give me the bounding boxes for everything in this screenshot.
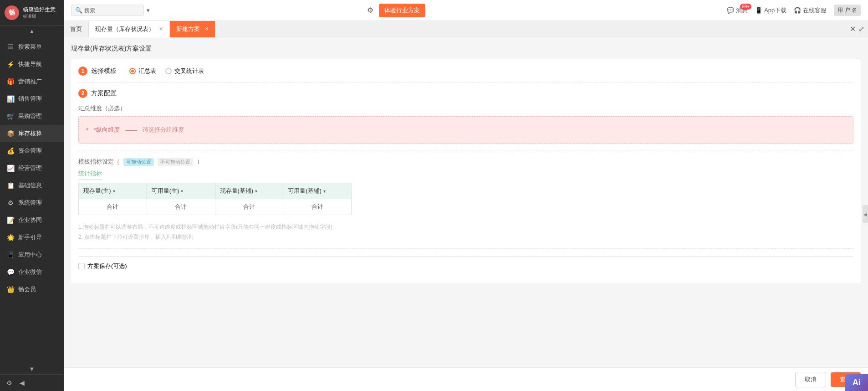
- sidebar-header: 畅 畅康通好生意 标准版: [0, 0, 64, 26]
- message-badge: 99+: [740, 4, 751, 10]
- col-label-0: 现存量(主): [83, 187, 111, 195]
- sidebar-scroll-up[interactable]: ▲: [0, 26, 64, 36]
- inventory-icon: 📦: [6, 129, 15, 138]
- stats-col-header-0[interactable]: 现存量(主) ▾: [79, 183, 147, 199]
- chevron-down-icon-0: ▾: [113, 189, 115, 194]
- radio-summary[interactable]: 汇总表: [129, 67, 156, 75]
- drag-badge: 可拖动位置: [123, 158, 154, 166]
- messages-button[interactable]: 💬 消息 99+: [727, 6, 748, 15]
- stats-table: 现存量(主) ▾ 可用量(主) ▾ 现存量(基辅) ▾: [78, 183, 352, 215]
- sidebar-item-member[interactable]: 👑 畅会员: [0, 281, 64, 298]
- sidebar-nav: ☰ 搜索菜单 ⚡ 快捷导航 🎁 营销推广 📊 销售管理 🛒 采购管理 📦 库存核…: [0, 36, 64, 364]
- sidebar-item-finance[interactable]: 💰 资金管理: [0, 142, 64, 159]
- cancel-button[interactable]: 取消: [795, 372, 826, 387]
- sidebar-item-purchase[interactable]: 🛒 采购管理: [0, 108, 64, 125]
- save-plan-checkbox-box: [78, 263, 85, 269]
- ops-icon: 📈: [6, 164, 15, 172]
- corp-icon: 📝: [6, 216, 15, 224]
- collapse-icon[interactable]: ◀: [20, 379, 25, 386]
- finance-icon: 💰: [6, 147, 15, 155]
- search-box[interactable]: 🔍: [71, 5, 144, 16]
- step1-num: 1: [78, 67, 87, 76]
- sidebar-item-marketing[interactable]: 🎁 营销推广: [0, 73, 64, 90]
- sidebar-item-guide[interactable]: 🌟 新手引导: [0, 229, 64, 246]
- side-expand-icon: ◀: [863, 212, 867, 217]
- indicator-label-prefix: 模板指标设定（: [78, 158, 120, 166]
- sidebar-item-label: 企业协同: [18, 216, 42, 224]
- col-label-2: 现存量(基辅): [220, 187, 254, 195]
- action-bar: 取消 查询: [64, 367, 868, 391]
- step1-label: 选择模板: [91, 67, 117, 75]
- sidebar-scroll-down[interactable]: ▼: [0, 364, 64, 374]
- dimension-selector[interactable]: * *纵向维度 —— 请选择分组维度: [78, 116, 853, 144]
- save-plan-checkbox[interactable]: 方案保存(可选): [78, 262, 127, 270]
- stats-col-header-1[interactable]: 可用量(主) ▾: [147, 183, 215, 199]
- dropdown-icon[interactable]: ▾: [147, 7, 150, 14]
- side-expand-handle[interactable]: ◀: [863, 205, 868, 223]
- tab-home[interactable]: 首页: [64, 21, 89, 37]
- tips-section: 1.拖动标题栏可以调整布局，不可跨维度或指标区域拖动栏目字段(只能在同一维度或指…: [78, 222, 853, 242]
- tab-new-plan-close[interactable]: ✕: [204, 26, 209, 32]
- main-area: 🔍 ▾ ⚙ 体验行业方案 💬 消息 99+ 📱 App下载 🎧 在线客服 用 户…: [64, 0, 868, 391]
- settings-icon[interactable]: ⚙: [6, 379, 12, 386]
- divider-1: [78, 82, 853, 82]
- online-service-button[interactable]: 🎧 在线客服: [794, 6, 827, 15]
- stats-col-header-3[interactable]: 可用量(基辅) ▾: [283, 183, 351, 199]
- sidebar-item-wechat[interactable]: 💬 企业微信: [0, 263, 64, 281]
- stats-table-row: 合计 合计 合计 合计: [79, 199, 351, 215]
- vertical-dim-label: *纵向维度: [94, 126, 120, 134]
- stats-col-header-2[interactable]: 现存量(基辅) ▾: [215, 183, 284, 199]
- app-title: 畅康通好生意: [23, 6, 56, 14]
- radio-cross[interactable]: 交叉统计表: [165, 67, 204, 75]
- window-controls: ✕ ⤢: [850, 25, 868, 33]
- sidebar-item-search[interactable]: ☰ 搜索菜单: [0, 38, 64, 56]
- tab-inventory-close[interactable]: ✕: [159, 26, 163, 32]
- topbar-search: 🔍 ▾: [71, 5, 362, 16]
- purchase-icon: 🛒: [6, 112, 15, 120]
- divider-2: [78, 150, 853, 150]
- tab-new-plan[interactable]: 新建方案 ✕: [170, 21, 215, 37]
- indicator-label-suffix: ）: [197, 158, 203, 166]
- sidebar-item-inventory[interactable]: 📦 库存核算: [0, 125, 64, 142]
- sales-icon: 📊: [6, 95, 15, 103]
- settings-panel: 1 选择模板 汇总表 交叉统计表: [71, 59, 861, 283]
- radio-cross-dot: [165, 68, 172, 74]
- tab-inventory-label: 现存量（库存状况表）: [95, 25, 154, 33]
- user-profile[interactable]: 用 户 名: [834, 5, 861, 16]
- sidebar-item-label: 搜索菜单: [18, 43, 42, 51]
- dimension-separator: ——: [125, 127, 137, 134]
- search-menu-icon: ☰: [6, 43, 15, 51]
- industry-plan-button[interactable]: 体验行业方案: [379, 4, 425, 17]
- step2-num: 2: [78, 89, 87, 98]
- sidebar-item-label: 经营管理: [18, 164, 42, 172]
- sidebar-item-base[interactable]: 📋 基础信息: [0, 177, 64, 194]
- chevron-down-icon: ▼: [29, 365, 35, 372]
- sidebar-item-label: 新手引导: [18, 233, 42, 242]
- page-title: 现存量(库存状况表)方案设置: [71, 45, 861, 53]
- sidebar-item-label: 库存核算: [18, 129, 42, 138]
- sidebar-item-label: 快捷导航: [18, 60, 42, 68]
- close-window-button[interactable]: ✕: [850, 25, 856, 33]
- search-input[interactable]: [84, 7, 130, 14]
- app-download-button[interactable]: 📱 App下载: [755, 6, 786, 15]
- sidebar-item-quick-nav[interactable]: ⚡ 快捷导航: [0, 56, 64, 73]
- expand-window-button[interactable]: ⤢: [858, 25, 864, 33]
- sidebar-item-sales[interactable]: 📊 销售管理: [0, 90, 64, 108]
- system-icon: ⚙: [6, 199, 15, 207]
- ai-badge[interactable]: Ai: [845, 374, 868, 391]
- tab-inventory-status[interactable]: 现存量（库存状况表） ✕: [89, 21, 170, 37]
- radio-summary-dot: [129, 68, 136, 74]
- content-area: 现存量(库存状况表)方案设置 1 选择模板 汇总表 交叉统计表: [64, 37, 868, 367]
- wechat-icon: 💬: [6, 268, 15, 276]
- sidebar-item-label: 基础信息: [18, 181, 42, 190]
- topbar: 🔍 ▾ ⚙ 体验行业方案 💬 消息 99+ 📱 App下载 🎧 在线客服 用 户…: [64, 0, 868, 21]
- sidebar-item-ops[interactable]: 📈 经营管理: [0, 159, 64, 177]
- marketing-icon: 🎁: [6, 77, 15, 86]
- sidebar-item-appstore[interactable]: 📱 应用中心: [0, 246, 64, 263]
- app-subtitle: 标准版: [23, 13, 56, 20]
- topbar-gear-icon[interactable]: ⚙: [367, 6, 373, 15]
- sidebar-item-corp[interactable]: 📝 企业协同: [0, 211, 64, 229]
- col-label-1: 可用量(主): [152, 187, 179, 195]
- no-drag-badge: 不可拖动位置: [158, 158, 193, 166]
- sidebar-item-system[interactable]: ⚙ 系统管理: [0, 194, 64, 211]
